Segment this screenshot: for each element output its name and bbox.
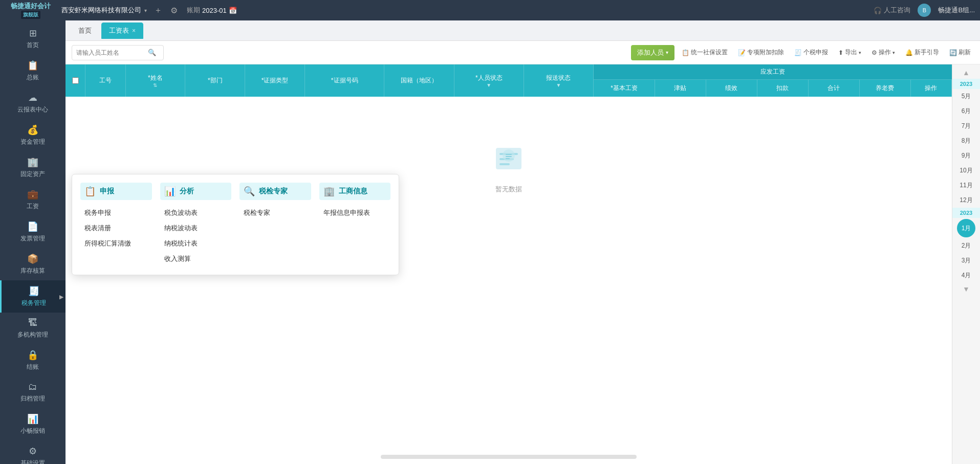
analysis-icon: 📊 — [164, 186, 176, 197]
sidebar-item-stock[interactable]: 📦 库存核算 — [0, 248, 66, 280]
calendar-month-2[interactable]: 2月 — [952, 238, 980, 253]
th-id-num: *证据号码 — [305, 64, 385, 97]
tab-close-btn[interactable]: × — [132, 28, 136, 34]
add-company-btn[interactable]: ＋ — [152, 4, 164, 17]
select-all-checkbox[interactable] — [72, 77, 79, 84]
sidebar-item-multi[interactable]: 🏗 多机构管理 — [0, 313, 66, 344]
new-guide-btn[interactable]: 🔔 新手引导 — [902, 45, 942, 60]
social-insurance-icon: 📋 — [682, 49, 689, 56]
business-header: 🏢 工商信息 — [319, 183, 391, 200]
filter-icon2[interactable]: ▼ — [556, 82, 561, 88]
calendar-month-11[interactable]: 11月 — [952, 178, 980, 193]
headset-icon: 🎧 — [874, 7, 882, 14]
close-account-icon: 🔒 — [27, 349, 38, 361]
th-salary-group: 应发工资 *基本工资 津贴 绩效 扣款 合计 养老费 操作 — [594, 64, 952, 97]
tax-table-item[interactable]: 税表清册 — [80, 220, 152, 236]
calendar-month-9[interactable]: 9月 — [952, 148, 980, 163]
scrollbar-area — [66, 455, 952, 459]
tax-payment-item[interactable]: 纳税波动表 — [160, 220, 232, 236]
dropdown-section-business: 🏢 工商信息 年报信息申报表 — [319, 183, 391, 267]
add-person-button[interactable]: 添加人员 ▾ — [631, 45, 674, 60]
svg-rect-7 — [506, 158, 510, 159]
tax-icon: 🧾 — [28, 285, 39, 297]
sidebar-item-label: 税务管理 — [21, 299, 46, 307]
stock-icon: 📦 — [27, 253, 38, 264]
toolbar: 🔍 添加人员 ▾ 📋 统一社保设置 📝 专项附加扣除 🧾 个税申报 — [66, 41, 980, 64]
sidebar-item-ledger[interactable]: 📋 总账 — [0, 55, 66, 87]
declaration-label: 申报 — [100, 187, 114, 196]
calendar-month-4[interactable]: 4月 — [952, 268, 980, 283]
special-deduction-btn[interactable]: 📝 专项附加扣除 — [735, 45, 787, 60]
search-wrapper: 🔍 — [72, 45, 164, 60]
tax-declaration-item[interactable]: 税务申报 — [80, 205, 152, 220]
calendar-month-10[interactable]: 10月 — [952, 163, 980, 178]
sort-icon: ⇅ — [153, 82, 157, 88]
sidebar-item-archive[interactable]: 🗂 归档管理 — [0, 377, 66, 408]
sidebar-item-tax[interactable]: 🧾 税务管理 ▶ — [0, 280, 66, 313]
tab-salary-table[interactable]: 工资表 × — [101, 23, 143, 39]
filter-icon[interactable]: ▼ — [486, 82, 491, 88]
sidebar-item-fund[interactable]: 💰 资金管理 — [0, 119, 66, 151]
calendar-month-7[interactable]: 7月 — [952, 119, 980, 134]
calendar-icon[interactable]: 📅 — [229, 7, 237, 14]
analysis-label: 分析 — [180, 187, 194, 196]
th-report-status[interactable]: 报送状态 ▼ — [524, 64, 594, 97]
sidebar-item-label: 资金管理 — [20, 138, 45, 146]
sidebar-item-asset[interactable]: 🏢 固定资产 — [0, 151, 66, 184]
company-selector[interactable]: 西安虾米网络科技有限公司 ▾ — [61, 6, 147, 15]
social-insurance-btn[interactable]: 📋 统一社保设置 — [679, 45, 731, 60]
calendar-month-12[interactable]: 12月 — [952, 193, 980, 208]
declaration-icon: 📋 — [84, 186, 96, 197]
dropdown-section-declaration: 📋 申报 税务申报 税表清册 所得税汇算清缴 — [80, 183, 152, 267]
calendar-nav-down[interactable]: ▼ — [952, 283, 980, 295]
tax-check-item[interactable]: 税检专家 — [239, 205, 311, 220]
operation-btn[interactable]: ⚙ 操作 ▾ — [868, 45, 898, 60]
calendar-month-8[interactable]: 8月 — [952, 134, 980, 148]
annual-report-item[interactable]: 年报信息申报表 — [319, 205, 391, 220]
search-input[interactable] — [76, 49, 148, 56]
sidebar-item-close[interactable]: 🔒 结账 — [0, 344, 66, 377]
tab-home-label: 首页 — [78, 26, 92, 35]
empty-icon — [488, 138, 529, 179]
export-btn[interactable]: ⬆ 导出 ▾ — [835, 45, 864, 60]
new-guide-icon: 🔔 — [905, 49, 913, 56]
th-allowance: 津贴 — [655, 80, 706, 97]
th-base-salary: *基本工资 — [594, 80, 655, 97]
user-name[interactable]: 畅捷通B组... — [938, 6, 975, 15]
income-forecast-item[interactable]: 收入测算 — [160, 251, 232, 267]
tab-home[interactable]: 首页 — [71, 23, 99, 39]
sidebar-item-salary[interactable]: 💼 工资 — [0, 184, 66, 216]
svg-rect-5 — [506, 154, 512, 155]
settings-btn[interactable]: ⚙ — [168, 5, 180, 16]
tax-burden-item[interactable]: 税负波动表 — [160, 205, 232, 220]
settings-side-icon: ⚙ — [29, 446, 37, 457]
business-icon: 🏢 — [323, 186, 335, 197]
sidebar-item-report[interactable]: 📊 小畅报销 — [0, 408, 66, 440]
calendar-month-5[interactable]: 5月 — [952, 89, 980, 104]
sidebar-item-label: 工资 — [27, 202, 39, 211]
calendar-nav-up[interactable]: ▲ — [952, 67, 980, 79]
sidebar: ⊞ 首页 📋 总账 ☁ 云报表中心 💰 资金管理 🏢 固定资产 💼 工资 📄 发… — [0, 20, 66, 464]
sidebar-item-invoice[interactable]: 📄 发票管理 — [0, 216, 66, 248]
sidebar-item-settings[interactable]: ⚙ 基础设置 — [0, 440, 66, 464]
sidebar-item-home[interactable]: ⊞ 首页 — [0, 23, 66, 55]
sidebar-item-cloud[interactable]: ☁ 云报表中心 — [0, 87, 66, 119]
th-checkbox[interactable] — [66, 64, 85, 97]
th-person-status[interactable]: *人员状态 ▼ — [454, 64, 524, 97]
horizontal-scrollbar[interactable] — [381, 455, 637, 459]
export-arrow-icon: ▾ — [859, 50, 861, 55]
home-icon: ⊞ — [29, 28, 37, 39]
income-tax-item[interactable]: 所得税汇算清缴 — [80, 236, 152, 251]
sidebar-item-label: 基础设置 — [20, 459, 45, 464]
tax-expert-header: 🔍 税检专家 — [239, 183, 311, 200]
calendar-month-3[interactable]: 3月 — [952, 253, 980, 268]
calendar-month-1-active[interactable]: 1月 — [957, 219, 975, 237]
svg-rect-3 — [499, 163, 510, 165]
personal-tax-btn[interactable]: 🧾 个税申报 — [791, 45, 831, 60]
help-btn[interactable]: 🎧 人工咨询 — [874, 6, 910, 15]
th-name[interactable]: *姓名 ⇅ — [126, 64, 186, 97]
tax-stats-item[interactable]: 纳税统计表 — [160, 236, 232, 251]
refresh-btn[interactable]: 🔄 刷新 — [946, 45, 974, 60]
invoice-icon: 📄 — [27, 221, 38, 232]
calendar-month-6[interactable]: 6月 — [952, 104, 980, 119]
